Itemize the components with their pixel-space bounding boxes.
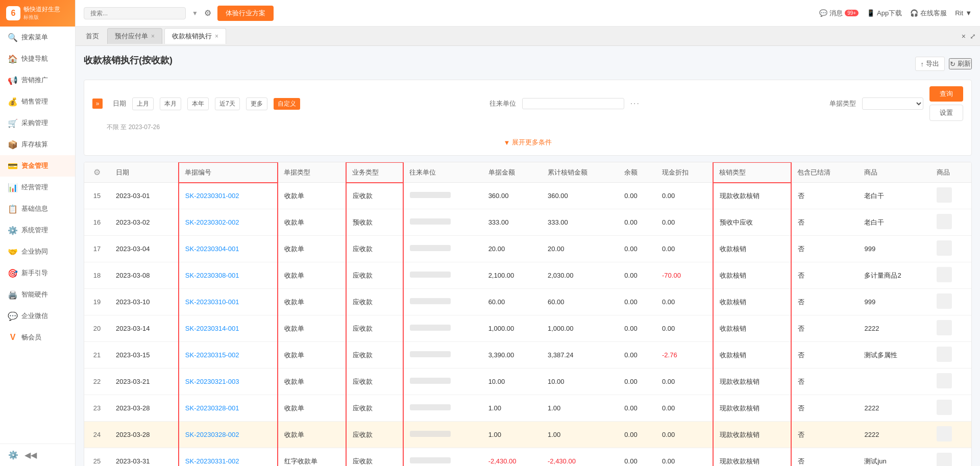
th-partner[interactable]: 往来单位 — [403, 162, 482, 183]
bill-type-select[interactable]: 收款单 红字收款单 — [862, 97, 923, 110]
expand-icon: ▼ — [504, 139, 510, 146]
expand-tab-icon[interactable]: ⤢ — [970, 32, 976, 40]
th-biz-type[interactable]: 业务类型 — [346, 162, 403, 183]
filter-more[interactable]: 更多 — [246, 97, 267, 110]
sidebar-item-system[interactable]: ⚙️ 系统管理 — [0, 219, 75, 241]
filter-custom-button[interactable]: 自定义 — [274, 98, 300, 110]
filter-this-year[interactable]: 本年 — [187, 97, 209, 110]
sidebar-item-inventory[interactable]: 📦 库存核算 — [0, 134, 75, 155]
sidebar-item-member[interactable]: V 畅会员 — [0, 327, 75, 348]
sidebar-item-collab[interactable]: 🤝 企业协同 — [0, 241, 75, 262]
settings-button[interactable]: 设置 — [929, 105, 963, 121]
topbar-gear-icon[interactable]: ⚙ — [204, 8, 211, 18]
sidebar-item-nav[interactable]: 🏠 快捷导航 — [0, 48, 75, 69]
user-chevron-icon: ▼ — [965, 9, 972, 17]
bill-no-link[interactable]: SK-20230304-001 — [185, 245, 239, 253]
sidebar-item-info[interactable]: 📋 基础信息 — [0, 198, 75, 219]
sidebar-item-sales[interactable]: 💰 销售管理 — [0, 91, 75, 112]
th-bill-type[interactable]: 单据类型 — [278, 162, 346, 183]
data-table-wrapper: ⚙ 日期 单据编号 单据类型 业务类型 往来单位 单据金额 累计核销金额 — [84, 162, 972, 466]
table-row: 162023-03-02SK-20230302-002收款单预收款333.003… — [84, 209, 971, 236]
bill-no-link[interactable]: SK-20230308-001 — [185, 272, 239, 279]
th-amount[interactable]: 单据金额 — [482, 162, 542, 183]
table-row: 232023-03-28SK-20230328-001收款单应收款1.001.0… — [84, 395, 971, 422]
collapse-icon[interactable]: ◀◀ — [24, 450, 37, 460]
sidebar-item-marketing[interactable]: 📢 营销推广 — [0, 69, 75, 91]
sidebar-item-wechat[interactable]: 💬 企业微信 — [0, 305, 75, 327]
tabbar: 首页 预付应付单 × 收款核销执行 × × ⤢ — [76, 27, 980, 46]
bill-no-link[interactable]: SK-20230328-002 — [185, 431, 239, 438]
purchase-icon: 🛒 — [8, 118, 17, 128]
sidebar-item-finance[interactable]: 💳 资金管理 — [0, 155, 75, 177]
table-row: 242023-03-28SK-20230328-002收款单应收款1.001.0… — [84, 422, 971, 448]
export-button[interactable]: ↑ 导出 — [915, 57, 945, 71]
filter-actions: 查询 设置 — [929, 86, 963, 121]
filter-expand-arrow[interactable]: » — [92, 99, 103, 109]
table-row: 152023-03-01SK-20230301-002收款单应收款360.003… — [84, 183, 971, 209]
bill-no-link[interactable]: SK-20230301-002 — [185, 192, 239, 200]
tab-prepay[interactable]: 预付应付单 × — [107, 28, 162, 44]
filter-this-month[interactable]: 本月 — [160, 97, 181, 110]
info-icon: 📋 — [8, 204, 17, 213]
table-settings-icon[interactable]: ⚙ — [93, 168, 101, 177]
table-row: 222023-03-21SK-20230321-003收款单应收款10.0010… — [84, 369, 971, 395]
tab-verify-close-icon[interactable]: × — [215, 33, 218, 40]
guide-icon: 🎯 — [8, 268, 17, 278]
th-verify-type[interactable]: 核销类型 — [713, 162, 791, 183]
inventory-icon: 📦 — [8, 140, 17, 149]
refresh-icon: ↻ — [950, 60, 955, 68]
table-row: 252023-03-31SK-20230331-002红字收款单应收款-2,43… — [84, 448, 971, 467]
filter-last-month[interactable]: 上月 — [132, 97, 154, 110]
sidebar-item-guide[interactable]: 🎯 新手引导 — [0, 262, 75, 284]
refresh-button[interactable]: ↻ 刷新 — [949, 58, 972, 69]
th-discount[interactable]: 现金折扣 — [656, 162, 713, 183]
th-date[interactable]: 日期 — [110, 162, 179, 183]
bill-no-link[interactable]: SK-20230328-001 — [185, 404, 239, 412]
th-goods2[interactable]: 商品 — [930, 162, 971, 183]
export-icon: ↑ — [921, 60, 924, 68]
table-row: 212023-03-15SK-20230315-002收款单应收款3,390.0… — [84, 342, 971, 369]
sidebar-item-purchase[interactable]: 🛒 采购管理 — [0, 112, 75, 134]
logo-text: 畅快道好生意 标推版 — [23, 6, 60, 21]
tab-verify[interactable]: 收款核销执行 × — [164, 28, 226, 44]
query-button[interactable]: 查询 — [929, 86, 963, 102]
th-include-settled[interactable]: 包含已结清 — [791, 162, 858, 183]
bill-no-link[interactable]: SK-20230315-002 — [185, 351, 239, 359]
user-menu[interactable]: Rit ▼ — [955, 9, 972, 17]
sidebar-bottom: ⚙️ ◀◀ — [0, 444, 75, 466]
sidebar-item-hardware[interactable]: 🖨️ 智能硬件 — [0, 284, 75, 305]
th-bill-no[interactable]: 单据编号 — [179, 162, 278, 183]
bill-no-link[interactable]: SK-20230331-002 — [185, 457, 239, 465]
bill-no-link[interactable]: SK-20230302-002 — [185, 218, 239, 226]
sidebar: 6 畅快道好生意 标推版 🔍 搜索菜单 🏠 快捷导航 📢 营销推广 💰 销售管理… — [0, 0, 76, 466]
close-tab-icon[interactable]: × — [962, 32, 966, 40]
filter-last7[interactable]: 近7天 — [215, 97, 240, 110]
collab-icon: 🤝 — [8, 247, 17, 256]
app-download-button[interactable]: 📱 App下载 — [867, 9, 902, 18]
topbar-search-input[interactable] — [84, 7, 186, 19]
home-icon: 🏠 — [8, 54, 17, 63]
table-row: 192023-03-10SK-20230310-001收款单应收款60.0060… — [84, 289, 971, 315]
th-seq: ⚙ — [84, 162, 110, 183]
th-verified[interactable]: 累计核销金额 — [542, 162, 618, 183]
filter-expand-row: ▼ 展开更多条件 — [92, 136, 963, 149]
expand-conditions-button[interactable]: ▼ 展开更多条件 — [504, 136, 552, 149]
message-button[interactable]: 💬 消息 99+ — [819, 9, 859, 18]
settings-icon[interactable]: ⚙️ — [8, 450, 18, 460]
bill-no-link[interactable]: SK-20230314-001 — [185, 325, 239, 332]
bill-no-link[interactable]: SK-20230321-003 — [185, 378, 239, 385]
industry-solution-button[interactable]: 体验行业方案 — [217, 6, 274, 21]
topbar-chevron-icon[interactable]: ▼ — [192, 10, 198, 17]
service-icon: 🎧 — [910, 9, 918, 17]
partner-input[interactable] — [522, 98, 624, 109]
online-service-button[interactable]: 🎧 在线客服 — [910, 9, 947, 18]
sidebar-item-management[interactable]: 📊 经营管理 — [0, 177, 75, 198]
tab-home[interactable]: 首页 — [80, 29, 105, 44]
bill-no-link[interactable]: SK-20230310-001 — [185, 298, 239, 306]
finance-icon: 💳 — [8, 161, 17, 170]
sidebar-item-search[interactable]: 🔍 搜索菜单 — [0, 27, 75, 48]
th-balance[interactable]: 余额 — [618, 162, 656, 183]
tabbar-actions: × ⤢ — [962, 32, 976, 40]
tab-prepay-close-icon[interactable]: × — [151, 33, 155, 40]
th-goods[interactable]: 商品 — [858, 162, 930, 183]
